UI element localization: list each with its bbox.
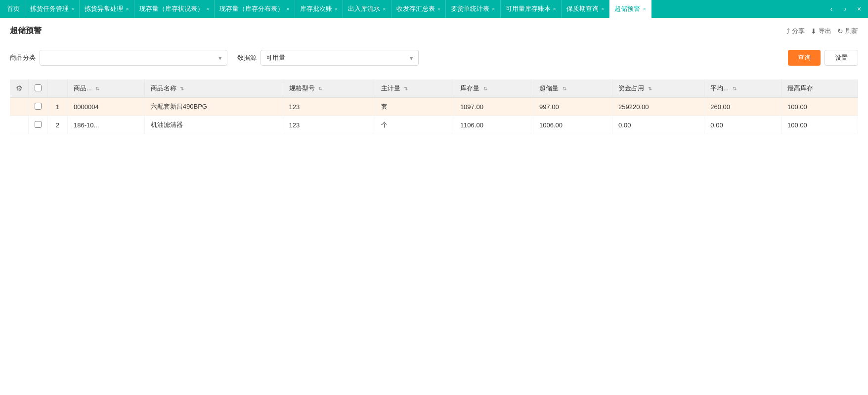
row-checkbox-cell [29,116,48,134]
category-filter-label: 商品分类 [10,53,36,62]
sort-icon-spec[interactable]: ⇅ [318,86,322,91]
row-checkbox-cell [29,98,48,116]
page-actions: ⤴ 分享 ⬇ 导出 ↻ 刷新 [786,27,858,36]
row-gear-cell [10,116,29,134]
row-product-code: 186-10... [68,116,145,134]
nav-prev-button[interactable]: ‹ [825,0,838,18]
nav-batch-close[interactable]: × [335,6,338,12]
share-icon: ⤴ [786,27,790,35]
row-gear-cell [10,98,29,116]
nav-next-button[interactable]: › [838,0,852,18]
table-header-unit: 主计量 ⇅ [375,79,454,98]
row-capital: 0.00 [612,116,704,134]
table-header-spec: 规格型号 ⇅ [283,79,375,98]
nav-inventory-status[interactable]: 现存量（库存状况表） × [134,0,215,18]
nav-expiry[interactable]: 保质期查询 × [562,0,609,18]
row-overstock: 1006.00 [533,116,612,134]
nav-arrows: ‹ › × [825,0,866,18]
refresh-button[interactable]: ↻ 刷新 [837,27,858,36]
table-header-avg: 平均... ⇅ [704,79,781,98]
nav-batch[interactable]: 库存批次账 × [295,0,343,18]
table-header-stock: 库存量 ⇅ [454,79,533,98]
table-header-capital: 资金占用 ⇅ [612,79,704,98]
table-header-rownum [48,79,68,98]
sort-icon-capital[interactable]: ⇅ [648,86,652,91]
export-button[interactable]: ⬇ 导出 [811,27,831,36]
row-avg: 0.00 [704,116,781,134]
nav-available-ledger[interactable]: 可用量库存账本 × [501,0,562,18]
sort-icon-unit[interactable]: ⇅ [404,86,408,91]
row-product-name: 六配套新昌490BPG [144,98,283,116]
row-overstock: 997.00 [533,98,612,116]
row-unit: 个 [375,116,454,134]
category-filter-group: 商品分类 ▾ [10,50,227,66]
category-select[interactable]: ▾ [40,50,227,66]
row-number: 1 [48,98,68,116]
nav-abnormal[interactable]: 拣货异常处理 × [80,0,134,18]
table-header-product-name: 商品名称 ⇅ [144,79,283,98]
datasource-select-value: 可用量 [266,53,285,62]
settings-button[interactable]: 设置 [825,50,858,66]
page-title: 超储预警 [10,26,42,36]
row-max-stock: 100.00 [781,116,858,134]
sort-icon-product-code[interactable]: ⇅ [95,86,99,91]
gear-icon[interactable]: ⚙ [16,84,22,92]
data-table: ⚙ 商品... ⇅ 商品名称 ⇅ 规格型号 ⇅ [10,79,858,134]
filter-bar: 商品分类 ▾ 数据源 可用量 ▾ 查询 设置 [10,44,858,72]
query-button[interactable]: 查询 [788,50,821,66]
nav-inventory-status-close[interactable]: × [206,6,209,12]
nav-abnormal-close[interactable]: × [126,6,129,12]
nav-inout-flow[interactable]: 出入库流水 × [343,0,391,18]
row-avg: 260.00 [704,98,781,116]
row-product-name: 机油滤清器 [144,116,283,134]
table-header-checkbox [29,79,48,98]
table-header-row: ⚙ 商品... ⇅ 商品名称 ⇅ 规格型号 ⇅ [10,79,858,98]
nav-overstock[interactable]: 超储预警 × [609,0,651,18]
top-navigation: 首页 拣货任务管理 × 拣货异常处理 × 现存量（库存状况表） × 现存量（库存… [0,0,868,18]
datasource-filter-group: 数据源 可用量 ▾ [237,50,419,66]
nav-collect-summary[interactable]: 收发存汇总表 × [391,0,446,18]
nav-order-stats-close[interactable]: × [492,6,495,12]
datasource-chevron-icon: ▾ [410,54,413,62]
table-header-overstock: 超储量 ⇅ [533,79,612,98]
row-checkbox[interactable] [35,103,42,110]
sort-icon-product-name[interactable]: ⇅ [180,86,184,91]
table-row: 1 0000004 六配套新昌490BPG 123 套 1097.00 997.… [10,98,858,116]
row-product-code: 0000004 [68,98,145,116]
page-header: 超储预警 ⤴ 分享 ⬇ 导出 ↻ 刷新 [10,26,858,36]
nav-task-mgmt-close[interactable]: × [71,6,74,12]
sort-icon-avg[interactable]: ⇅ [733,86,737,91]
nav-available-ledger-close[interactable]: × [553,6,556,12]
nav-task-mgmt[interactable]: 拣货任务管理 × [25,0,80,18]
table-header-gear: ⚙ [10,79,29,98]
export-icon: ⬇ [811,27,817,35]
sort-icon-overstock[interactable]: ⇅ [563,86,566,91]
table-row: 2 186-10... 机油滤清器 123 个 1106.00 1006.00 … [10,116,858,134]
nav-inout-flow-close[interactable]: × [383,6,386,12]
chevron-down-icon: ▾ [218,54,222,62]
nav-home[interactable]: 首页 [2,0,25,18]
refresh-icon: ↻ [837,27,843,35]
nav-order-stats[interactable]: 要货单统计表 × [446,0,500,18]
sort-icon-stock[interactable]: ⇅ [483,86,487,91]
row-stock: 1097.00 [454,98,533,116]
nav-overstock-close[interactable]: × [643,6,646,12]
nav-inventory-dist-close[interactable]: × [286,6,289,12]
datasource-select[interactable]: 可用量 ▾ [260,50,419,66]
nav-inventory-dist[interactable]: 现存量（库存分布表） × [215,0,295,18]
nav-expiry-close[interactable]: × [601,6,604,12]
nav-collect-summary-close[interactable]: × [437,6,440,12]
row-unit: 套 [375,98,454,116]
row-spec: 123 [283,116,375,134]
table-header-product-code: 商品... ⇅ [68,79,145,98]
datasource-filter-label: 数据源 [237,53,257,62]
filter-buttons: 查询 设置 [788,50,858,66]
row-checkbox[interactable] [35,121,42,128]
nav-close-all-button[interactable]: × [852,0,866,18]
share-button[interactable]: ⤴ 分享 [786,27,805,36]
table-header-max-stock: 最高库存 [781,79,858,98]
row-stock: 1106.00 [454,116,533,134]
select-all-checkbox[interactable] [35,84,42,91]
row-spec: 123 [283,98,375,116]
page-container: 超储预警 ⤴ 分享 ⬇ 导出 ↻ 刷新 商品分类 ▾ 数据源 [0,18,868,395]
